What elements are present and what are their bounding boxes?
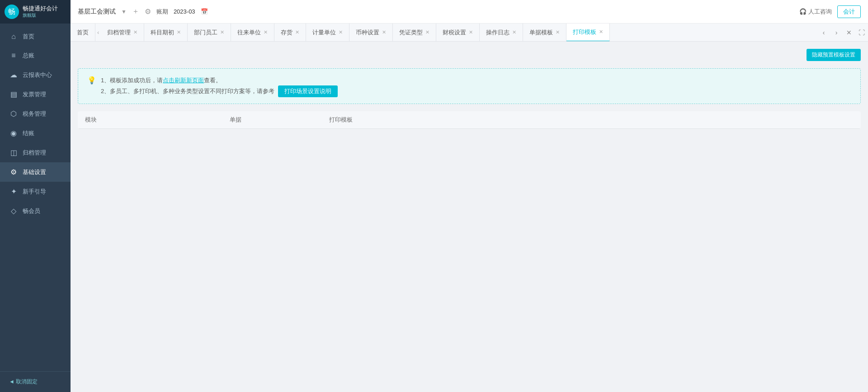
tab-oplog-close[interactable]: ✕ xyxy=(512,29,516,35)
topbar-right: 🎧 人工咨询 会计 xyxy=(799,5,861,18)
cloud-icon: ☁ xyxy=(9,71,18,79)
sidebar-item-reports[interactable]: ☁ 云报表中心 xyxy=(0,65,71,85)
sidebar-item-tax-label: 税务管理 xyxy=(23,110,46,118)
logo-subtitle: 旗舰版 xyxy=(23,12,58,19)
tab-currency-close[interactable]: ✕ xyxy=(382,29,386,35)
tab-dept-close[interactable]: ✕ xyxy=(220,29,224,35)
unpin-button[interactable]: ◄ 取消固定 xyxy=(0,371,71,392)
home-icon: ⌂ xyxy=(9,33,18,41)
settings-gear-icon[interactable]: ⚙ xyxy=(145,7,151,16)
tab-archive-label: 归档管理 xyxy=(107,28,131,37)
sidebar-item-invoice-label: 发票管理 xyxy=(23,90,46,99)
column-doc: 单据 xyxy=(222,111,322,128)
member-icon: ◇ xyxy=(9,207,18,215)
print-template-table: 模块 单据 打印模板 xyxy=(78,111,861,129)
sidebar: 畅 畅捷通好会计 旗舰版 ⌂ 首页 ≡ 总账 ☁ 云报表中心 ▤ 发票管理 ⬡ … xyxy=(0,0,71,392)
tax-icon: ⬡ xyxy=(9,109,18,118)
sidebar-item-guide-label: 新手引导 xyxy=(23,188,46,196)
sidebar-item-guide[interactable]: ✦ 新手引导 xyxy=(0,182,71,201)
sidebar-item-home-label: 首页 xyxy=(23,33,34,41)
invoice-icon: ▤ xyxy=(9,90,18,99)
info-line1-suffix: 查看。 xyxy=(204,77,222,84)
tab-oplog[interactable]: 操作日志 ✕ xyxy=(480,24,523,42)
sidebar-item-settings[interactable]: ⚙ 基础设置 xyxy=(0,162,71,182)
tab-singledoc-label: 单据模板 xyxy=(529,28,553,37)
tab-nav-prev[interactable]: ‹ xyxy=(95,29,101,36)
tab-unit[interactable]: 计量单位 ✕ xyxy=(306,24,349,42)
sidebar-item-member-label: 畅会员 xyxy=(23,207,40,215)
tab-printtemplate[interactable]: 打印模板 ✕ xyxy=(566,24,610,42)
period-value: 2023-03 xyxy=(174,8,195,15)
accountant-button[interactable]: 会计 xyxy=(837,5,861,18)
archive-icon: ◫ xyxy=(9,148,18,157)
calendar-icon[interactable]: 📅 xyxy=(201,8,208,15)
tab-archive-close[interactable]: ✕ xyxy=(133,29,137,35)
tab-printtemplate-close[interactable]: ✕ xyxy=(599,29,603,35)
ledger-icon: ≡ xyxy=(9,52,18,60)
sidebar-nav: ⌂ 首页 ≡ 总账 ☁ 云报表中心 ▤ 发票管理 ⬡ 税务管理 ◉ 结账 ◫ 归… xyxy=(0,24,71,371)
tab-scroll-left[interactable]: ‹ xyxy=(817,24,830,42)
tab-contacts[interactable]: 往来单位 ✕ xyxy=(231,24,274,42)
info-box: 💡 1、模板添加成功后，请点击刷新新页面查看。 2、多员工、多打印机、多种业务类… xyxy=(78,68,861,104)
sidebar-item-ledger[interactable]: ≡ 总账 xyxy=(0,46,71,65)
tab-home[interactable]: 首页 xyxy=(71,24,95,42)
tab-vouchertype[interactable]: 凭证类型 ✕ xyxy=(393,24,436,42)
hide-template-button[interactable]: 隐藏预置模板设置 xyxy=(807,49,861,61)
tab-actions: ‹ › ✕ ⛶ xyxy=(817,24,868,42)
sidebar-logo: 畅 畅捷通好会计 旗舰版 xyxy=(0,0,71,24)
tab-oplog-label: 操作日志 xyxy=(486,28,509,37)
tab-dept-label: 部门员工 xyxy=(194,28,217,37)
tab-inventory[interactable]: 存货 ✕ xyxy=(274,24,306,42)
column-module: 模块 xyxy=(78,111,222,128)
info-line1: 1、模板添加成功后，请点击刷新新页面查看。 xyxy=(101,75,338,85)
tab-vouchertype-close[interactable]: ✕ xyxy=(425,29,429,35)
tabs-bar: 首页 ‹ 归档管理 ✕ 科目期初 ✕ 部门员工 ✕ 往来单位 ✕ 存货 ✕ 计量… xyxy=(71,24,868,42)
topbar: 基层工会测试 ▼ ＋ ⚙ 账期 2023-03 📅 🎧 人工咨询 会计 xyxy=(71,0,868,24)
tab-taxset[interactable]: 财税设置 ✕ xyxy=(436,24,480,42)
logo-title: 畅捷通好会计 xyxy=(23,5,58,13)
tab-close-all[interactable]: ✕ xyxy=(843,24,855,42)
sidebar-item-settlement[interactable]: ◉ 结账 xyxy=(0,123,71,143)
column-template: 打印模板 xyxy=(322,111,861,128)
tab-fullscreen[interactable]: ⛶ xyxy=(855,24,868,42)
refresh-link[interactable]: 点击刷新新页面 xyxy=(163,77,204,84)
sidebar-item-tax[interactable]: ⬡ 税务管理 xyxy=(0,104,71,123)
service-button[interactable]: 🎧 人工咨询 xyxy=(799,8,832,16)
tab-currency[interactable]: 币种设置 ✕ xyxy=(349,24,393,42)
tab-scroll-right[interactable]: › xyxy=(830,24,843,42)
tab-contacts-label: 往来单位 xyxy=(237,28,261,37)
guide-icon: ✦ xyxy=(9,187,18,196)
sidebar-item-home[interactable]: ⌂ 首页 xyxy=(0,27,71,46)
tab-printtemplate-label: 打印模板 xyxy=(573,28,596,36)
tab-inventory-close[interactable]: ✕ xyxy=(295,29,299,35)
tab-subjects-close[interactable]: ✕ xyxy=(177,29,181,35)
tab-singledoc-close[interactable]: ✕ xyxy=(556,29,560,35)
sidebar-item-archive[interactable]: ◫ 归档管理 xyxy=(0,143,71,162)
tab-unit-close[interactable]: ✕ xyxy=(339,29,343,35)
sidebar-item-member[interactable]: ◇ 畅会员 xyxy=(0,201,71,221)
sidebar-item-settings-label: 基础设置 xyxy=(23,168,46,176)
main-area: 基层工会测试 ▼ ＋ ⚙ 账期 2023-03 📅 🎧 人工咨询 会计 首页 ‹… xyxy=(71,0,868,392)
info-text: 1、模板添加成功后，请点击刷新新页面查看。 2、多员工、多打印机、多种业务类型设… xyxy=(101,75,338,97)
logo-icon: 畅 xyxy=(5,5,19,19)
info-line1-prefix: 1、模板添加成功后，请 xyxy=(101,77,163,84)
info-line2-prefix: 2、多员工、多打印机、多种业务类型设置不同打印方案等，请参考 xyxy=(101,88,274,94)
tab-singledoc[interactable]: 单据模板 ✕ xyxy=(523,24,566,42)
tab-taxset-close[interactable]: ✕ xyxy=(469,29,473,35)
tab-subjects[interactable]: 科目期初 ✕ xyxy=(144,24,188,42)
sidebar-item-reports-label: 云报表中心 xyxy=(23,71,52,79)
tab-contacts-close[interactable]: ✕ xyxy=(264,29,268,35)
company-dropdown-icon[interactable]: ▼ xyxy=(121,9,127,15)
tab-dept[interactable]: 部门员工 ✕ xyxy=(188,24,231,42)
sidebar-item-archive-label: 归档管理 xyxy=(23,149,46,157)
bulb-icon: 💡 xyxy=(87,76,96,85)
sidebar-item-ledger-label: 总账 xyxy=(23,52,34,60)
scene-setting-button[interactable]: 打印场景设置说明 xyxy=(278,85,338,97)
tab-archive[interactable]: 归档管理 ✕ xyxy=(101,24,144,42)
company-name[interactable]: 基层工会测试 xyxy=(78,8,116,16)
settings-icon: ⚙ xyxy=(9,168,18,176)
sidebar-item-invoice[interactable]: ▤ 发票管理 xyxy=(0,85,71,104)
info-line2: 2、多员工、多打印机、多种业务类型设置不同打印方案等，请参考 打印场景设置说明 xyxy=(101,85,338,97)
add-tab-button[interactable]: ＋ xyxy=(132,7,139,16)
service-icon: 🎧 xyxy=(799,8,807,15)
